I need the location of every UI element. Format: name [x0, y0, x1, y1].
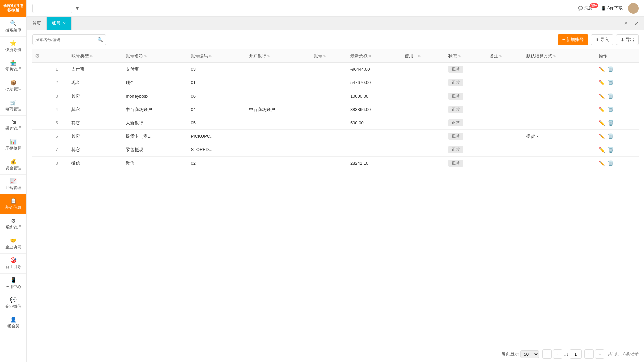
table-header-row: ⚙ 账号类型⇅ 账号名称⇅ 账号编码⇅ 开户银行⇅ 账号⇅ 最新余额⇅ 使用..… — [32, 49, 639, 63]
sidebar-item-basic-info[interactable]: 📋基础信息 — [0, 194, 26, 214]
sidebar-item-newbie-guide[interactable]: 🎯新手引导 — [0, 254, 26, 274]
delete-icon-6[interactable]: 🗑️ — [608, 147, 614, 153]
table-row: 7 其它 零售抵现 STORED... 正常 ✏️ 🗑️ — [32, 143, 639, 157]
row-status-1: 正常 — [446, 76, 487, 89]
col-type[interactable]: 账号类型⇅ — [69, 49, 123, 63]
user-avatar[interactable] — [628, 3, 639, 14]
row-name-6: 零售抵现 — [123, 143, 188, 157]
message-button[interactable]: 💬 消息 99+ — [578, 5, 596, 11]
col-remark[interactable]: 备注⇅ — [487, 49, 524, 63]
sidebar-item-enterprise-wechat[interactable]: 💬企业微信 — [0, 293, 26, 313]
sidebar-item-quick-nav[interactable]: ⭐快捷导航 — [0, 37, 26, 56]
row-usage-0 — [402, 63, 446, 76]
sidebar-item-system[interactable]: ⚙系统管理 — [0, 214, 26, 234]
export-button[interactable]: ⬇ 导出 — [616, 34, 639, 45]
table-row: 5 其它 大新银行 05 500.00 正常 ✏️ 🗑️ — [32, 116, 639, 130]
row-index-7: 8 — [53, 157, 69, 170]
row-balance-7: 28241.10 — [347, 157, 402, 170]
sidebar-item-enterprise-agreement[interactable]: 🤝企业协同 — [0, 234, 26, 254]
edit-icon-3[interactable]: ✏️ — [599, 107, 605, 113]
row-gear-3 — [32, 103, 53, 116]
main-area: ▼ 💬 消息 99+ 📱 App下载 首页账号✕ ✕ ⤢ — [27, 0, 644, 362]
sidebar-item-search-menu[interactable]: 🔍搜索菜单 — [0, 17, 26, 37]
add-account-button[interactable]: + 新增账号 — [558, 34, 588, 45]
row-account-3 — [311, 103, 347, 116]
edit-icon-0[interactable]: ✏️ — [599, 66, 605, 72]
sidebar-item-label: 快捷导航 — [5, 47, 21, 53]
members-icon: 👤 — [10, 316, 17, 323]
table-row: 8 微信 微信 02 28241.10 正常 ✏️ 🗑️ — [32, 157, 639, 170]
delete-icon-2[interactable]: 🗑️ — [608, 93, 614, 99]
col-balance[interactable]: 最新余额⇅ — [347, 49, 402, 63]
edit-icon-1[interactable]: ✏️ — [599, 80, 605, 86]
tab-home[interactable]: 首页 — [27, 17, 47, 30]
account-search-input[interactable] — [35, 37, 95, 42]
sidebar-item-app-center[interactable]: 📱应用中心 — [0, 274, 26, 293]
next-page-button[interactable]: › — [584, 349, 594, 359]
sidebar-item-wholesale[interactable]: 📦批发管理 — [0, 76, 26, 96]
delete-icon-7[interactable]: 🗑️ — [608, 160, 614, 166]
delete-icon-1[interactable]: 🗑️ — [608, 80, 614, 86]
sidebar-item-members[interactable]: 👤畅会员 — [0, 313, 26, 333]
col-account[interactable]: 账号⇅ — [311, 49, 347, 63]
col-default-pay[interactable]: 默认结算方式⇅ — [524, 49, 596, 63]
sidebar-item-purchase[interactable]: 🛍采购管理 — [0, 116, 26, 135]
content-area: 🔍 + 新增账号 ⬆ 导入 ⬇ 导出 ⚙ — [27, 30, 644, 362]
col-code[interactable]: 账号编码⇅ — [188, 49, 246, 63]
sidebar-item-retail[interactable]: 🏪零售管理 — [0, 56, 26, 76]
topbar-right: 💬 消息 99+ 📱 App下载 — [578, 3, 639, 14]
row-index-0: 1 — [53, 63, 69, 76]
col-status[interactable]: 状态⇅ — [446, 49, 487, 63]
sidebar-item-ecommerce[interactable]: 🛒电商管理 — [0, 96, 26, 116]
page-number-input[interactable] — [570, 349, 582, 359]
col-bank[interactable]: 开户银行⇅ — [246, 49, 311, 63]
sidebar-item-operations[interactable]: 📈经营管理 — [0, 175, 26, 194]
sidebar-item-label: 企业微信 — [5, 304, 21, 309]
inventory-icon: 📊 — [10, 138, 17, 145]
row-balance-2: 10000.00 — [347, 89, 402, 103]
sidebar-item-inventory[interactable]: 📊库存核算 — [0, 135, 26, 155]
tab-account[interactable]: 账号✕ — [47, 17, 72, 30]
row-balance-3: 383866.00 — [347, 103, 402, 116]
last-page-button[interactable]: » — [595, 349, 604, 359]
sidebar-item-finance[interactable]: 💰资金管理 — [0, 155, 26, 175]
row-usage-4 — [402, 116, 446, 130]
sidebar-item-label: 资金管理 — [5, 165, 21, 171]
topbar-dropdown-icon[interactable]: ▼ — [75, 6, 80, 11]
edit-icon-5[interactable]: ✏️ — [599, 133, 605, 139]
tab-expand-button[interactable]: ⤢ — [632, 19, 641, 28]
first-page-button[interactable]: « — [542, 349, 552, 359]
col-name[interactable]: 账号名称⇅ — [123, 49, 188, 63]
search-menu-icon: 🔍 — [10, 20, 17, 26]
tab-close-account[interactable]: ✕ — [63, 21, 66, 26]
delete-icon-3[interactable]: 🗑️ — [608, 107, 614, 113]
row-usage-3 — [402, 103, 446, 116]
page-size-select[interactable]: 50 20 100 — [520, 350, 539, 358]
message-badge: 99+ — [590, 3, 598, 8]
topbar-left: ▼ — [32, 4, 80, 13]
row-usage-6 — [402, 143, 446, 157]
sidebar-item-label: 批发管理 — [5, 86, 21, 92]
col-usage[interactable]: 使用...⇅ — [402, 49, 446, 63]
row-account-0 — [311, 63, 347, 76]
row-gear-6 — [32, 143, 53, 157]
delete-icon-5[interactable]: 🗑️ — [608, 133, 614, 139]
tab-close-button[interactable]: ✕ — [621, 19, 631, 28]
app-download-button[interactable]: 📱 App下载 — [601, 5, 623, 11]
edit-icon-2[interactable]: ✏️ — [599, 93, 605, 99]
edit-icon-7[interactable]: ✏️ — [599, 160, 605, 166]
edit-icon-4[interactable]: ✏️ — [599, 120, 605, 126]
delete-icon-0[interactable]: 🗑️ — [608, 66, 614, 72]
row-balance-0: -90444.00 — [347, 63, 402, 76]
col-gear[interactable]: ⚙ — [32, 49, 53, 63]
import-button[interactable]: ⬆ 导入 — [591, 34, 613, 45]
prev-page-button[interactable]: ‹ — [553, 349, 562, 359]
account-search-box[interactable]: 🔍 — [32, 34, 106, 45]
search-icon[interactable]: 🔍 — [97, 37, 103, 42]
pagination-bar: 每页显示 50 20 100 « ‹ 页 › » 共1页，8条记录 — [27, 346, 644, 362]
delete-icon-4[interactable]: 🗑️ — [608, 120, 614, 126]
edit-icon-6[interactable]: ✏️ — [599, 147, 605, 153]
row-index-1: 2 — [53, 76, 69, 89]
topbar-search-input[interactable] — [32, 4, 72, 13]
row-account-4 — [311, 116, 347, 130]
